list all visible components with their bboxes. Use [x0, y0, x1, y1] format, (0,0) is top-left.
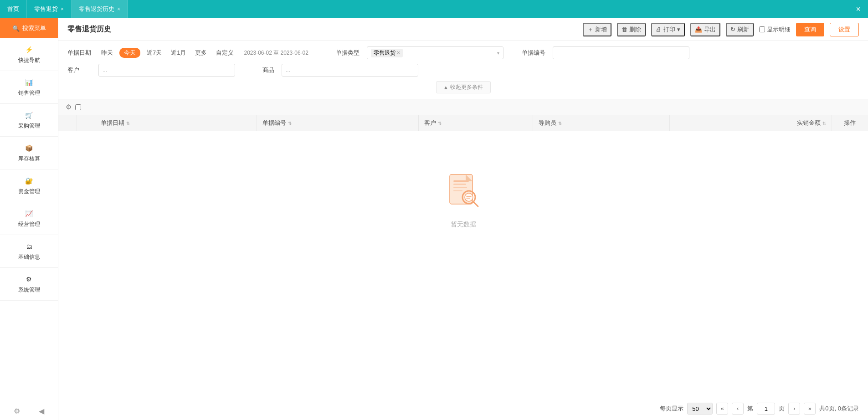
docno-filter-group: 单据编号: [522, 46, 689, 59]
sidebar-item-basic-info[interactable]: 🗂 基础信息: [0, 235, 58, 268]
header-actions: ＋ 新增 🗑 删除 🖨 打印 ▾ 📤 导出 ↻ 刷: [583, 23, 859, 36]
svg-rect-4: [453, 190, 462, 191]
sidebar-item-system-mgmt[interactable]: ⚙ 系统管理: [0, 268, 58, 301]
sidebar-search[interactable]: 🔍 搜索菜单: [0, 18, 58, 38]
basic-info-icon: 🗂: [24, 241, 34, 251]
th-date[interactable]: 单据日期 ⇅: [95, 115, 257, 131]
page-input[interactable]: [757, 403, 775, 415]
docno-input[interactable]: [553, 46, 689, 59]
empty-state: 暂无数据: [58, 131, 868, 265]
date-opt-custom[interactable]: 自定义: [213, 48, 236, 58]
th-action-label: 操作: [844, 119, 856, 126]
th-guide-sort-icon: ⇅: [558, 121, 562, 126]
sidebar-item-system-mgmt-label: 系统管理: [18, 286, 40, 294]
tab-retail-return-close[interactable]: ×: [61, 6, 64, 12]
sidebar-item-quick-nav[interactable]: ⚡ 快捷导航: [0, 38, 58, 71]
date-filter-label: 单据日期: [67, 49, 95, 57]
customer-placeholder: ...: [103, 67, 107, 73]
quick-nav-icon: ⚡: [24, 45, 34, 55]
print-icon: 🖨: [656, 26, 662, 33]
docno-filter-label: 单据编号: [522, 49, 545, 57]
tab-retail-return-history-close[interactable]: ×: [117, 6, 120, 12]
sidebar-item-purchase-mgmt[interactable]: 🛒 采购管理: [0, 104, 58, 137]
query-button[interactable]: 查询: [796, 23, 824, 36]
sidebar-item-capital-mgmt-label: 资金管理: [18, 188, 40, 195]
type-filter-group: 单据类型 零售退货 × ▾: [336, 46, 503, 59]
window-close-button[interactable]: ×: [848, 0, 868, 18]
page-size-select[interactable]: 20 50 100: [687, 403, 713, 415]
date-opt-more[interactable]: 更多: [192, 48, 210, 58]
th-date-sort-icon: ⇅: [126, 121, 130, 126]
th-no[interactable]: 单据编号 ⇅: [257, 115, 418, 131]
gear-icon[interactable]: ⚙: [66, 103, 72, 111]
sidebar-item-business-mgmt[interactable]: 📈 经营管理: [0, 202, 58, 235]
collapse-button-label: 收起更多条件: [450, 83, 483, 91]
empty-text: 暂无数据: [451, 220, 476, 229]
tab-retail-return-history[interactable]: 零售退货历史 ×: [72, 0, 128, 18]
table-section: ⚙ 单据日期 ⇅: [58, 99, 868, 397]
empty-illustration: [441, 168, 486, 213]
refresh-button-label: 刷新: [737, 26, 749, 34]
th-customer[interactable]: 客户 ⇅: [418, 115, 533, 131]
new-button-label: 新增: [595, 26, 607, 34]
export-button[interactable]: 📤 导出: [690, 23, 720, 36]
main-layout: 🔍 搜索菜单 ⚡ 快捷导航 📊 销售管理 🛒 采购管理 📦 库存核算 🔐 资金管…: [0, 18, 868, 420]
delete-button[interactable]: 🗑 删除: [617, 23, 646, 36]
show-detail-checkbox-label[interactable]: 显示明细: [759, 26, 791, 34]
tab-home[interactable]: 首页: [0, 0, 27, 18]
table-body: 暂无数据: [58, 131, 868, 266]
page-header: 零售退货历史 ＋ 新增 🗑 删除 🖨 打印 ▾ 📤 导出: [58, 18, 868, 41]
sidebar-item-sales-mgmt[interactable]: 📊 销售管理: [0, 71, 58, 104]
tab-retail-return[interactable]: 零售退货 ×: [27, 0, 72, 18]
settings-bottom-icon[interactable]: ⚙: [14, 407, 20, 415]
type-dropdown-arrow: ▾: [497, 51, 499, 56]
first-page-button[interactable]: «: [716, 403, 728, 415]
customer-input[interactable]: ...: [98, 64, 235, 77]
goods-input[interactable]: ...: [282, 64, 418, 77]
th-amount-sort-icon: ⇅: [822, 121, 826, 126]
type-tag-close[interactable]: ×: [397, 50, 400, 56]
select-all-checkbox[interactable]: [75, 104, 81, 110]
sales-mgmt-icon: 📊: [24, 77, 34, 87]
inventory-icon: 📦: [24, 143, 34, 153]
date-opt-7days[interactable]: 近7天: [144, 48, 164, 58]
date-opt-1month[interactable]: 近1月: [168, 48, 189, 58]
sidebar-item-capital-mgmt[interactable]: 🔐 资金管理: [0, 169, 58, 202]
total-label: 共0页, 0条记录: [819, 405, 859, 413]
th-action: 操作: [832, 115, 868, 131]
purchase-mgmt-icon: 🛒: [24, 110, 34, 120]
th-guide[interactable]: 导购员 ⇅: [533, 115, 670, 131]
th-check: [77, 115, 95, 131]
print-button[interactable]: 🖨 打印 ▾: [651, 23, 685, 36]
th-guide-label: 导购员: [539, 119, 556, 127]
th-amount-label: 实销金额: [797, 119, 821, 127]
show-detail-checkbox[interactable]: [759, 26, 765, 32]
customer-filter-label: 客户: [67, 66, 95, 74]
type-input[interactable]: 零售退货 × ▾: [367, 46, 503, 59]
data-table: 单据日期 ⇅ 单据编号 ⇅ 客户: [58, 115, 868, 265]
export-icon: 📤: [695, 26, 702, 33]
search-icon: 🔍: [12, 25, 20, 32]
svg-line-7: [473, 202, 478, 206]
th-amount[interactable]: 实销金额 ⇅: [670, 115, 832, 131]
top-bar: 首页 零售退货 × 零售退货历史 × ×: [0, 0, 868, 18]
page-chapter-label: 第: [747, 405, 753, 413]
date-opt-yesterday[interactable]: 昨天: [98, 48, 116, 58]
last-page-button[interactable]: »: [804, 403, 816, 415]
collapse-sidebar-icon[interactable]: ◀: [39, 407, 44, 415]
date-opt-today[interactable]: 今天: [119, 48, 140, 58]
collapse-button[interactable]: ▲ 收起更多条件: [436, 81, 491, 93]
date-options: 昨天 今天 近7天 近1月 更多 自定义: [98, 48, 236, 58]
th-customer-sort-icon: ⇅: [438, 121, 442, 126]
svg-rect-2: [453, 184, 466, 185]
sidebar-item-inventory-label: 库存核算: [18, 155, 40, 163]
refresh-button[interactable]: ↻ 刷新: [726, 23, 754, 36]
new-button[interactable]: ＋ 新增: [583, 23, 611, 36]
show-detail-label: 显示明细: [767, 26, 791, 34]
setting-button[interactable]: 设置: [830, 23, 859, 36]
next-page-button[interactable]: ›: [788, 403, 800, 415]
sidebar-item-quick-nav-label: 快捷导航: [18, 56, 40, 64]
sidebar-item-inventory[interactable]: 📦 库存核算: [0, 137, 58, 169]
prev-page-button[interactable]: ‹: [732, 403, 744, 415]
goods-filter-group: 商品 ...: [262, 64, 418, 77]
